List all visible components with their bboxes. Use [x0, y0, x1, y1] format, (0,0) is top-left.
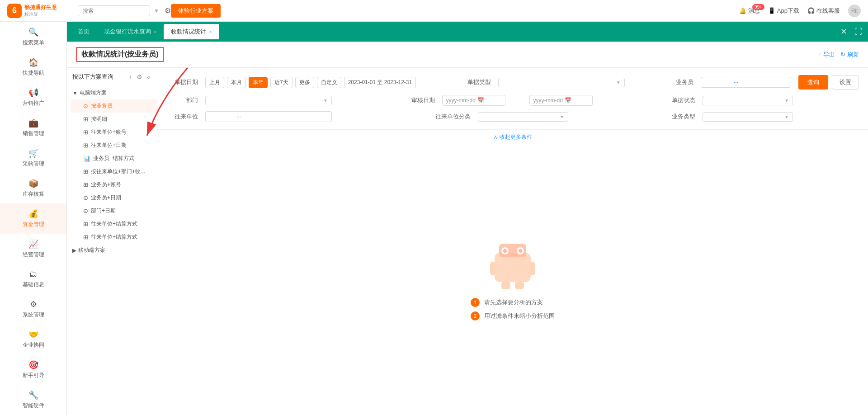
- sidebar-item-system[interactable]: ⚙ 系统管理: [0, 294, 66, 324]
- sidebar-item-finance[interactable]: 💰 资金管理: [0, 203, 66, 234]
- sidebar-item-quick-nav[interactable]: 🏠 快捷导航: [0, 52, 66, 82]
- tree-item-salesman-date[interactable]: ⊙ 业务员+日期: [71, 191, 157, 204]
- date-btn-custom[interactable]: 自定义: [317, 77, 341, 88]
- sidebar-item-operation[interactable]: 📈 经营管理: [0, 234, 66, 264]
- tree-item-salesman-account[interactable]: ⊞ 业务员+账号: [71, 178, 157, 191]
- business-type-select[interactable]: ▼: [703, 112, 793, 122]
- page-header: 收款情况统计(按业务员) ↑ 导出 ↻ 刷新: [67, 42, 868, 68]
- sidebar-item-sales[interactable]: 💼 销售管理: [0, 113, 66, 143]
- sidebar-item-marketing[interactable]: 📢 营销推广: [0, 82, 66, 113]
- add-scheme-icon[interactable]: +: [127, 72, 133, 81]
- tree-item-unit-account[interactable]: ⊞ 往来单位+账号: [71, 126, 157, 139]
- export-btn[interactable]: ↑ 导出: [819, 51, 835, 59]
- tree-group-desktop[interactable]: ▼ 电脑端方案: [67, 86, 157, 99]
- refresh-label: 刷新: [847, 51, 859, 59]
- salesman-date-icon: ⊙: [83, 194, 88, 201]
- dept-select[interactable]: ▼: [205, 96, 332, 105]
- date-btn-this-year[interactable]: 本年: [249, 77, 268, 88]
- review-date-end[interactable]: yyyy-mm-dd 📅: [529, 95, 593, 106]
- sidebar-label-smart: 智能硬件: [23, 402, 44, 410]
- system-icon: ⚙: [30, 299, 37, 309]
- date-btn-last-month[interactable]: 上月: [205, 77, 224, 88]
- step-1-num: 1: [471, 298, 480, 307]
- settings-scheme-icon[interactable]: ⚙: [136, 72, 143, 81]
- review-date-label: 审核日期: [411, 96, 435, 104]
- tree-group-desktop-label: 电脑端方案: [80, 89, 107, 97]
- sidebar-item-search-menu[interactable]: 🔍 搜索菜单: [0, 22, 66, 52]
- sidebar-item-guide[interactable]: 🎯 新手引导: [0, 354, 66, 385]
- phone-icon: 📱: [768, 7, 775, 14]
- salesman-more-icon[interactable]: ···: [734, 79, 738, 85]
- sidebar-item-enterprise[interactable]: 🤝 企业协同: [0, 324, 66, 354]
- tree-item-unit-dept-collect-label: 按往来单位+部门+收...: [91, 168, 145, 175]
- partner-category-chevron-icon: ▼: [560, 114, 564, 119]
- filter-row-1: 单据日期 上月 本月 本年 近7天 更多 自定义 2023-01-01 至: [166, 75, 859, 90]
- partner-select[interactable]: ···: [205, 111, 332, 122]
- date-btn-this-month[interactable]: 本月: [227, 77, 246, 88]
- user-avatar[interactable]: Rit: [848, 5, 861, 17]
- sales-icon: 💼: [28, 118, 38, 128]
- tree-item-by-salesman[interactable]: ⊙ 按业务员: [71, 99, 157, 113]
- tree-item-salesman-settlement[interactable]: 📊 业务员+结算方式: [71, 152, 157, 165]
- dropdown-arrow-icon: ▼: [154, 8, 159, 14]
- refresh-icon: ↻: [840, 51, 845, 58]
- date-btn-more[interactable]: 更多: [295, 77, 314, 88]
- sidebar-item-purchase[interactable]: 🛒 采购管理: [0, 143, 66, 173]
- date-range-start: 2023-01-01: [348, 79, 376, 85]
- top-search-input[interactable]: [78, 5, 150, 16]
- sidebar-item-inventory[interactable]: 📦 库存核算: [0, 173, 66, 203]
- date-btn-7days[interactable]: 近7天: [270, 77, 292, 88]
- sidebar-label-guide: 新手引导: [23, 372, 44, 379]
- nav-tab-receipt[interactable]: 收款情况统计 ×: [164, 24, 219, 39]
- review-date-start[interactable]: yyyy-mm-dd 📅: [442, 95, 505, 106]
- collapse-more-bar[interactable]: ∧ 收起更多条件: [157, 129, 868, 145]
- partner-category-select[interactable]: ▼: [478, 112, 568, 122]
- bill-status-select[interactable]: ▼: [703, 96, 793, 105]
- setting-btn[interactable]: 设置: [832, 75, 859, 90]
- settings-gear-icon[interactable]: ⚙: [165, 6, 171, 15]
- tree-item-unit-dept-collect[interactable]: ⊞ 按往来单位+部门+收...: [71, 165, 157, 178]
- tree-group-mobile[interactable]: ▶ 移动端方案: [67, 244, 157, 257]
- query-btn[interactable]: 查询: [798, 75, 828, 90]
- online-service-label: 在线客服: [816, 7, 840, 15]
- tree-item-dept-date[interactable]: ⊙ 部门+日期: [71, 204, 157, 217]
- bill-type-select[interactable]: ▼: [498, 78, 625, 87]
- sidebar-label-sales: 销售管理: [23, 130, 44, 137]
- sidebar-label-enterprise: 企业协同: [23, 341, 44, 349]
- collapse-panel-icon[interactable]: «: [146, 72, 151, 81]
- filter-area: 单据日期 上月 本月 本年 近7天 更多 自定义 2023-01-01 至: [157, 68, 868, 129]
- nav-tabs-bar: 首页 现金银行流水查询 × 收款情况统计 × ✕ ⛶: [67, 22, 868, 42]
- purchase-icon: 🛒: [28, 148, 38, 158]
- message-btn[interactable]: 🔔 消息 99+: [739, 7, 760, 15]
- tree-item-unit-date[interactable]: ⊞ 往来单位+日期: [71, 139, 157, 152]
- salesman-select[interactable]: ···: [701, 77, 791, 88]
- nav-tab-bank-close-icon[interactable]: ×: [154, 29, 156, 34]
- dept-date-icon: ⊙: [83, 208, 88, 214]
- nav-tab-bank[interactable]: 现金银行流水查询 ×: [97, 24, 164, 39]
- guide-icon: 🎯: [28, 360, 38, 370]
- svg-rect-9: [515, 282, 524, 289]
- headset-icon: 🎧: [807, 7, 815, 14]
- app-name: 畅捷通好生意: [24, 4, 57, 11]
- trial-btn[interactable]: 体验行业方案: [171, 4, 221, 18]
- export-label: 导出: [823, 51, 835, 59]
- sidebar-item-smart[interactable]: 🔧 智能硬件: [0, 385, 66, 415]
- nav-tab-home[interactable]: 首页: [71, 24, 97, 39]
- nav-tab-receipt-close-icon[interactable]: ×: [209, 29, 212, 34]
- tree-item-dept-date-label: 部门+日期: [91, 207, 116, 215]
- close-window-icon[interactable]: ✕: [839, 25, 849, 38]
- tree-item-unit-settlement1[interactable]: ⊞ 往来单位+结算方式: [71, 217, 157, 231]
- partner-more-icon[interactable]: ···: [236, 113, 241, 120]
- app-edition: 标准版: [24, 11, 57, 18]
- tree-item-unit-settlement2[interactable]: ⊞ 往来单位+结算方式: [71, 231, 157, 244]
- nav-tab-bank-label: 现金银行流水查询: [104, 28, 151, 36]
- sidebar-item-basic[interactable]: 🗂 基础信息: [0, 264, 66, 294]
- online-service-btn[interactable]: 🎧 在线客服: [807, 7, 840, 15]
- unit-dept-icon: ⊞: [83, 168, 88, 175]
- refresh-btn[interactable]: ↻ 刷新: [840, 51, 859, 59]
- maximize-icon[interactable]: ⛶: [853, 25, 864, 38]
- tree-item-by-detail[interactable]: ⊞ 按明细: [71, 113, 157, 126]
- desktop-scheme-list: ⊙ 按业务员 ⊞ 按明细 ⊞ 往来单位+账号 ⊞ 往来单位+日期: [67, 99, 157, 244]
- top-bar: 6 畅捷通好生意 标准版 ▼ ⚙ 体验行业方案 🔔 消息 99+ 📱 App下载…: [0, 0, 868, 22]
- app-download-btn[interactable]: 📱 App下载: [768, 7, 799, 15]
